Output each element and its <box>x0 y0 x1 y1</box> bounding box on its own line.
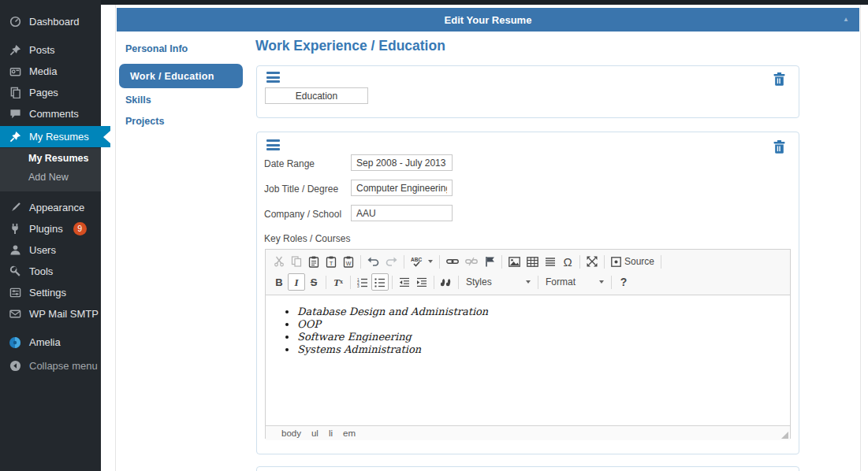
sidebar-item-comments[interactable]: Comments <box>0 103 101 124</box>
section-name-input[interactable] <box>265 87 368 104</box>
toolbar-row-2: B I S Tx 123 Styles <box>270 272 785 292</box>
sidebar-item-users[interactable]: Users <box>0 239 101 261</box>
panel-collapse-icon[interactable]: ▲ <box>843 16 849 23</box>
bulleted-list-icon[interactable] <box>371 273 389 291</box>
path-body[interactable]: body <box>281 428 301 438</box>
sidebar-item-amelia[interactable]: Amelia <box>0 332 101 353</box>
format-dropdown[interactable]: Format <box>542 273 608 291</box>
styles-dropdown[interactable]: Styles <box>462 273 535 291</box>
paste-text-icon[interactable]: T <box>322 253 340 270</box>
job-title-input[interactable] <box>351 180 453 196</box>
submenu-item-add-new[interactable]: Add New <box>0 169 101 186</box>
spellcheck-icon[interactable]: ABC <box>408 253 436 270</box>
cut-icon[interactable] <box>270 253 288 270</box>
maximize-icon[interactable] <box>583 253 601 270</box>
sidebar-item-posts[interactable]: Posts <box>0 39 101 61</box>
decrease-indent-icon[interactable] <box>396 273 413 291</box>
link-icon[interactable] <box>443 253 462 270</box>
svg-text:3: 3 <box>357 284 359 287</box>
sidebar-item-wp-mail-smtp[interactable]: WP Mail SMTP <box>0 303 101 325</box>
sidebar-item-tools[interactable]: Tools <box>0 261 101 282</box>
anchor-flag-icon[interactable] <box>481 253 498 270</box>
tab-work-education[interactable]: Work / Education <box>119 64 243 88</box>
submenu-item-my-resumes[interactable]: My Resumes <box>0 150 101 167</box>
editor-element-path: body ul li em <box>266 425 790 440</box>
list-item[interactable]: Systems Administration <box>297 344 790 356</box>
blockquote-icon[interactable] <box>438 273 455 291</box>
appearance-icon <box>8 202 22 214</box>
source-button[interactable]: Source <box>608 253 658 270</box>
tab-projects[interactable]: Projects <box>125 116 164 127</box>
path-li[interactable]: li <box>329 428 333 438</box>
svg-text:ABC: ABC <box>411 257 422 262</box>
delete-entry-button[interactable] <box>773 140 785 154</box>
editor-toolbar: T W ABC Ω <box>266 250 790 295</box>
table-icon[interactable] <box>523 253 542 270</box>
bold-button[interactable]: B <box>270 273 288 291</box>
redo-icon[interactable] <box>382 253 400 270</box>
list-item[interactable]: Software Engineering <box>297 332 790 343</box>
list-item[interactable]: Database Design and Administration <box>297 306 790 318</box>
paste-icon[interactable] <box>305 253 322 270</box>
delete-section-button[interactable] <box>773 72 785 86</box>
undo-icon[interactable] <box>364 253 382 270</box>
unlink-icon[interactable] <box>462 253 481 270</box>
page-title: Work Experience / Education <box>255 38 445 54</box>
date-range-input[interactable] <box>351 154 453 171</box>
chevron-down-icon <box>599 280 604 284</box>
pin-icon <box>8 131 22 143</box>
drag-handle-icon[interactable] <box>266 72 280 83</box>
sidebar-item-media[interactable]: Media <box>0 61 101 82</box>
sidebar-item-appearance[interactable]: Appearance <box>0 197 101 218</box>
increase-indent-icon[interactable] <box>413 273 430 291</box>
drag-handle-icon[interactable] <box>266 139 280 150</box>
users-icon <box>8 244 22 257</box>
pages-icon <box>8 87 22 99</box>
svg-text:W: W <box>346 260 352 265</box>
list-item[interactable]: OOP <box>297 319 790 331</box>
tab-skills[interactable]: Skills <box>125 95 151 106</box>
tab-personal-info[interactable]: Personal Info <box>125 43 188 54</box>
sidebar-item-plugins[interactable]: Plugins 9 <box>0 218 101 239</box>
tools-icon <box>8 265 22 278</box>
special-char-icon[interactable]: Ω <box>559 253 576 270</box>
plugins-icon <box>8 223 22 236</box>
settings-icon <box>8 287 22 299</box>
resize-handle[interactable] <box>781 432 788 439</box>
svg-text:T: T <box>330 259 333 266</box>
about-help-button[interactable]: ? <box>615 273 632 291</box>
job-title-label: Job Title / Degree <box>264 184 338 195</box>
sidebar-item-dashboard[interactable]: Dashboard <box>0 11 101 32</box>
sidebar-item-my-resumes[interactable]: My Resumes <box>0 126 110 147</box>
italic-button[interactable]: I <box>288 273 305 291</box>
toolbar-row-1: T W ABC Ω <box>270 251 785 272</box>
plugins-update-badge: 9 <box>73 222 87 236</box>
company-school-input[interactable] <box>351 205 453 221</box>
edit-resume-page: Edit Your Resume ▲ Personal Info Work / … <box>115 5 861 471</box>
path-ul[interactable]: ul <box>311 428 319 438</box>
rich-text-editor: T W ABC Ω <box>265 249 791 439</box>
editor-content-area[interactable]: Database Design and Administration OOP S… <box>266 295 790 425</box>
key-roles-label: Key Roles / Courses <box>264 233 350 244</box>
sidebar-item-collapse-menu[interactable]: Collapse menu <box>0 355 101 376</box>
trash-icon <box>773 72 785 86</box>
paste-word-icon[interactable]: W <box>340 253 357 270</box>
bullet-list: Database Design and Administration OOP S… <box>297 306 790 356</box>
media-icon <box>8 65 22 78</box>
path-em[interactable]: em <box>343 428 356 438</box>
section-title-card <box>256 65 799 118</box>
numbered-list-icon[interactable]: 123 <box>354 273 371 291</box>
remove-format-button[interactable]: Tx <box>330 273 347 291</box>
comments-icon <box>8 108 22 121</box>
image-icon[interactable] <box>505 253 523 270</box>
pin-icon <box>8 44 22 57</box>
collapse-icon <box>8 360 22 373</box>
sidebar-item-pages[interactable]: Pages <box>0 82 101 103</box>
copy-icon[interactable] <box>288 253 305 270</box>
next-entry-card <box>256 466 799 471</box>
dashboard-icon <box>8 16 22 28</box>
date-range-label: Date Range <box>264 158 315 169</box>
horizontal-line-icon[interactable] <box>542 253 559 270</box>
sidebar-item-settings[interactable]: Settings <box>0 282 101 303</box>
strikethrough-button[interactable]: S <box>305 273 322 291</box>
